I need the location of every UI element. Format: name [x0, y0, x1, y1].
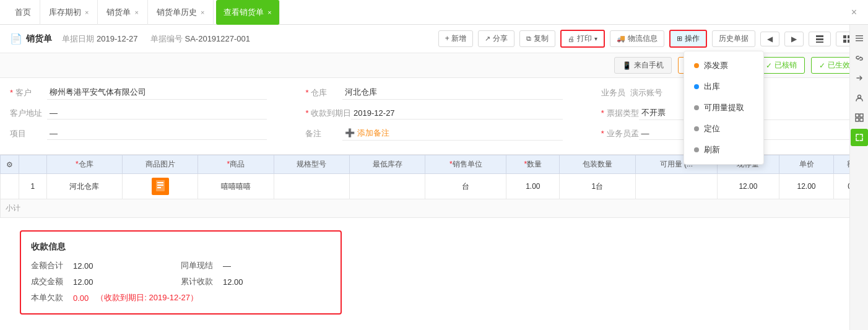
op-add-invoice[interactable]: 添发票 — [684, 55, 763, 76]
note-add-btn[interactable]: ➕ 添加备注 — [342, 126, 562, 141]
number-value: SA-20191227-001 — [185, 34, 251, 43]
prev-button[interactable]: ◀ — [760, 32, 779, 46]
svg-rect-13 — [856, 40, 863, 41]
sold-button[interactable]: ✓ 已核销 — [758, 57, 805, 74]
svg-rect-16 — [860, 114, 863, 117]
svg-rect-11 — [856, 35, 863, 37]
note-field: 备注 ➕ 添加备注 — [305, 126, 562, 141]
logistics-button[interactable]: 🚚 物流信息 — [610, 30, 664, 47]
due-label: 本单欠款 — [31, 292, 68, 303]
cell-sales-unit: 台 — [425, 174, 506, 199]
col-image: 商品图片 — [122, 155, 197, 174]
tab-sales-order[interactable]: 销货单 × — [98, 0, 147, 25]
summary-grid: 金额合计 12.00 同单现结 — 成交金额 12.00 — [31, 260, 331, 303]
share-button[interactable]: ↗ 分享 — [478, 30, 514, 47]
total-value: 12.00 — [73, 261, 93, 271]
dot-icon — [694, 105, 699, 110]
copy-button[interactable]: ⧉ 复制 — [519, 30, 555, 47]
subtotal-label: 小计 — [1, 199, 868, 218]
cell-gear — [1, 174, 19, 199]
op-locate[interactable]: 定位 — [684, 118, 763, 139]
svg-rect-8 — [157, 182, 163, 183]
col-product: *商品 — [198, 155, 274, 174]
sidebar-icon-1[interactable] — [851, 30, 868, 47]
cell-warehouse: 河北仓库 — [46, 174, 122, 199]
print-button[interactable]: 🖨 打印 ▾ — [560, 30, 605, 48]
sidebar-icon-user[interactable] — [851, 89, 868, 106]
doc-header: 📄 销货单 单据日期 2019-12-27 单据编号 SA-20191227-0… — [0, 25, 868, 53]
customer-field: 客户 柳州粤港平安气体有限公司 — [10, 85, 267, 100]
tab-view-sales[interactable]: 查看销货单 × — [216, 0, 279, 25]
total-row: 金额合计 12.00 — [31, 260, 181, 271]
svg-rect-1 — [816, 38, 823, 40]
transaction-row: 成交金额 12.00 — [31, 276, 181, 287]
op-outbound[interactable]: 出库 — [684, 76, 763, 97]
address-value: — — [47, 107, 267, 119]
staff-value: 演示账号 — [630, 87, 662, 98]
warehouse-label: 仓库 — [305, 87, 342, 98]
svg-rect-2 — [816, 41, 823, 43]
warehouse-field: 仓库 河北仓库 — [305, 85, 562, 100]
total-label: 金额合计 — [31, 260, 68, 271]
from-phone-button[interactable]: 📱 来自手机 — [614, 57, 672, 74]
ticket-type-label: 票据类型 — [601, 108, 639, 119]
due-suffix: （收款到期日: 2019-12-27） — [96, 292, 198, 303]
col-min-stock: 最低库存 — [349, 155, 425, 174]
svg-rect-5 — [843, 40, 846, 43]
tab-sales-order-close[interactable]: × — [134, 9, 138, 16]
tab-home[interactable]: 首页 — [6, 0, 40, 25]
same-order-label: 同单现结 — [181, 260, 218, 271]
tab-sales-history-close[interactable]: × — [201, 9, 204, 16]
new-button[interactable]: + 新增 — [438, 30, 473, 47]
customer-label: 客户 — [10, 87, 47, 98]
dot-icon — [694, 63, 699, 68]
summary-box: 收款信息 金额合计 12.00 同单现结 — 成交金额 — [20, 230, 342, 315]
sidebar-icon-expand[interactable] — [851, 129, 868, 146]
sidebar-icon-grid[interactable] — [851, 109, 868, 126]
due-value: 0.00 — [73, 293, 89, 303]
sidebar-icon-return[interactable] — [851, 69, 868, 87]
svg-rect-10 — [157, 187, 161, 188]
payment-date-label: 收款到期日 — [305, 108, 351, 119]
col-gear: ⚙ — [1, 155, 19, 174]
date-value: 2019-12-27 — [97, 34, 138, 43]
due-row: 本单欠款 0.00 （收款到期日: 2019-12-27） — [31, 292, 331, 303]
cell-product: 嘻嘻嘻嘻 — [198, 174, 274, 199]
svg-rect-9 — [157, 185, 163, 186]
project-value: — — [47, 128, 267, 140]
col-spec: 规格型号 — [274, 155, 349, 174]
tab-inventory-init[interactable]: 库存期初 × — [40, 0, 98, 25]
svg-rect-12 — [856, 38, 863, 39]
dot-icon — [694, 126, 699, 131]
cell-available — [635, 174, 717, 199]
cell-current-stock: 12.00 — [718, 174, 779, 199]
project-label: 项目 — [10, 128, 47, 139]
cumulative-row: 累计收款 12.00 — [181, 276, 331, 287]
svg-rect-15 — [856, 114, 859, 117]
sidebar-icon-link[interactable] — [851, 50, 868, 67]
op-available-qty[interactable]: 可用量提取 — [684, 97, 763, 118]
project-field: 项目 — — [10, 128, 267, 140]
svg-rect-18 — [860, 118, 863, 121]
operations-dropdown: 添发票 出库 可用量提取 定位 刷新 — [684, 51, 764, 165]
tab-view-sales-close[interactable]: × — [267, 9, 271, 16]
transaction-label: 成交金额 — [31, 276, 68, 287]
view1-button[interactable] — [809, 32, 831, 46]
summary-title: 收款信息 — [31, 241, 331, 253]
history-button[interactable]: 历史单据 — [712, 30, 755, 47]
doc-meta: 单据日期 2019-12-27 单据编号 SA-20191227-001 — [62, 33, 250, 45]
address-field: 客户地址 — — [10, 107, 267, 119]
col-seq — [19, 155, 47, 174]
tab-inventory-init-close[interactable]: × — [85, 9, 89, 16]
cell-quantity: 1.00 — [506, 174, 560, 199]
salesman-label: 业务员孟 — [601, 128, 639, 139]
window-close-button[interactable]: × — [846, 7, 862, 18]
doc-title: 📄 销货单 — [10, 33, 52, 45]
operations-button[interactable]: ⊞ 操作 — [669, 30, 707, 48]
op-refresh[interactable]: 刷新 — [684, 139, 763, 160]
next-button[interactable]: ▶ — [784, 32, 804, 46]
cell-min-stock — [349, 174, 425, 199]
col-quantity: *数量 — [506, 155, 560, 174]
tab-sales-history[interactable]: 销货单历史 × — [148, 0, 214, 25]
table-row: 1 河北仓库 — [1, 174, 868, 199]
